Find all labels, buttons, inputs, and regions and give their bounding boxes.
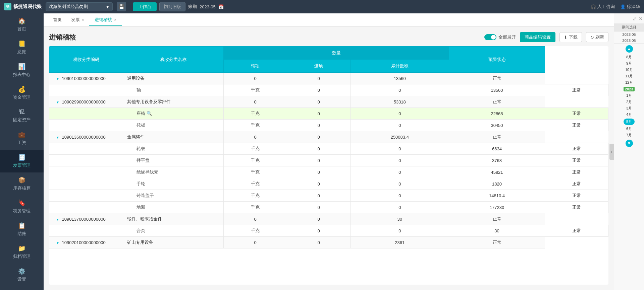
expand-icon[interactable]: ▼ [56, 77, 59, 81]
right-panel-toggle[interactable]: › [609, 144, 614, 160]
td-tax-code: ▼ 109020100000000000 [49, 237, 123, 248]
content-area: 首页 发票 × 进销稽核 × 进销稽核 全 [44, 13, 614, 290]
period-nav-down[interactable]: ▼ [626, 140, 633, 147]
period-month-6[interactable]: 6月 [614, 126, 644, 132]
td-status-sub: 正常 [545, 166, 608, 178]
sidebar-item-closing[interactable]: 📋 结账 [0, 218, 44, 241]
expand-icon[interactable]: ▼ [56, 136, 59, 139]
table-row: 绝缘导线壳 千克 0 0 45821 正常 [49, 166, 608, 178]
period-nav-up[interactable]: ▲ [626, 45, 633, 53]
sidebar-item-label: 库存核算 [13, 185, 31, 191]
save-icon-button[interactable]: 💾 [117, 2, 126, 11]
period-month-1[interactable]: 1月 [614, 92, 644, 99]
search-icon[interactable]: 🔍 [147, 111, 152, 116]
company-name: 沈海英测试经营勿删 [49, 4, 88, 10]
period-month-10[interactable]: 10月 [614, 67, 644, 73]
td-unit: 千克 [224, 166, 287, 178]
td-name-sub: 合页 [123, 225, 224, 237]
right-panel-close[interactable]: ✕ [639, 16, 643, 21]
td-empty [49, 225, 123, 237]
table-container: 税收分类编码 税收分类名称 数量 预警状态 [49, 46, 608, 285]
td-name-sub: 托板 [123, 120, 224, 131]
period-year-2023-top2[interactable]: 2023.05 [614, 38, 644, 44]
tab-invoices[interactable]: 发票 × [66, 14, 89, 26]
sidebar-item-salary[interactable]: 💼 工资 [0, 127, 44, 150]
td-sale-sub: 0 [287, 120, 351, 131]
td-status: 正常 [449, 131, 545, 143]
expand-icon[interactable]: ▼ [56, 100, 59, 104]
top-bar: 畅 畅捷通易代账 沈海英测试经营勿删 ▼ 💾 工作台 切到旧版 账期 2023-… [0, 0, 644, 13]
sidebar-item-assets[interactable]: 🏗 固定资产 [0, 104, 44, 127]
sidebar-item-ledger[interactable]: 📒 总账 [0, 36, 44, 59]
expand-toggle[interactable]: 全部展开 [484, 34, 516, 40]
td-unit: 千克 [224, 225, 287, 237]
tab-reconciliation[interactable]: 进销稽核 × [89, 14, 121, 26]
period-month-11[interactable]: 11月 [614, 73, 644, 79]
td-total: 13560 [351, 73, 449, 84]
product-code-button[interactable]: 商品编码设置 [520, 32, 555, 42]
td-purchase-sub: 0 [351, 202, 449, 213]
sidebar-item-guide[interactable]: 📘 新手引导 [0, 286, 44, 290]
calendar-icon[interactable]: 📅 [218, 4, 224, 9]
refresh-label: 刷新 [595, 34, 604, 40]
period-year-2023-top1[interactable]: 2023.05 [614, 31, 644, 38]
period-month-12[interactable]: 12月 [614, 79, 644, 86]
refresh-icon: ↻ [590, 35, 594, 40]
download-button[interactable]: ⬇ 下载 [559, 32, 582, 42]
sidebar-item-tax[interactable]: 🔖 税务管理 [0, 195, 44, 218]
sidebar-item-funds[interactable]: 💰 资金管理 [0, 82, 44, 104]
sidebar-item-invoices[interactable]: 🧾 发票管理 [0, 150, 44, 172]
archive-icon: 📁 [18, 245, 25, 252]
period-year-badge-2023: 2023 [624, 87, 634, 91]
td-unit: 千克 [224, 108, 287, 120]
workbench-button[interactable]: 工作台 [133, 2, 157, 11]
tab-invoices-close[interactable]: × [82, 18, 84, 22]
expand-icon[interactable]: ▼ [56, 218, 59, 221]
tab-reconciliation-label: 进销稽核 [95, 17, 112, 23]
period-month-4[interactable]: 4月 [614, 112, 644, 118]
headset-icon: 🎧 [591, 4, 596, 9]
sidebar-item-inventory[interactable]: 📦 库存核算 [0, 172, 44, 195]
sidebar-item-home[interactable]: 🏠 首页 [0, 13, 44, 36]
td-sale-sub: 0 [287, 155, 351, 166]
period-value: 2023-05 [200, 4, 216, 9]
period-month-8[interactable]: 8月 [614, 54, 644, 60]
table-row: ▼ 109020100000000000 矿山专用设备 0 0 2361 正常 [49, 237, 608, 248]
td-sale: 0 [224, 131, 287, 143]
th-total: 累计数额 [351, 60, 449, 73]
td-purchase-sub: 0 [351, 166, 449, 178]
period-label: 账期 [188, 4, 197, 10]
period-month-2[interactable]: 2月 [614, 99, 644, 105]
sidebar-item-reports[interactable]: 📊 报表中心 [0, 59, 44, 82]
td-sale: 0 [224, 96, 287, 108]
sidebar-item-archive[interactable]: 📁 归档管理 [0, 241, 44, 264]
tab-bar: 首页 发票 × 进销稽核 × [44, 13, 614, 27]
period-month-7[interactable]: 7月 [614, 132, 644, 138]
old-version-button[interactable]: 切到旧版 [159, 2, 185, 11]
th-tax-name: 税收分类名称 [123, 47, 224, 73]
customer-service-button[interactable]: 🎧 人工咨询 [591, 4, 615, 10]
period-month-5-active[interactable]: 5月 [624, 119, 635, 125]
expand-icon[interactable]: ▼ [56, 241, 59, 245]
period-month-9[interactable]: 9月 [614, 60, 644, 67]
tab-home[interactable]: 首页 [49, 14, 66, 26]
td-purchase-sub: 0 [351, 120, 449, 131]
download-label: 下载 [569, 34, 578, 40]
th-alert-status: 预警状态 [449, 47, 545, 73]
tab-reconciliation-close[interactable]: × [114, 18, 116, 22]
company-selector[interactable]: 沈海英测试经营勿删 ▼ [46, 2, 113, 11]
funds-icon: 💰 [18, 86, 25, 93]
td-purchase-sub: 0 [351, 84, 449, 96]
period-month-3[interactable]: 3月 [614, 105, 644, 112]
sidebar-item-settings[interactable]: ⚙️ 设置 [0, 264, 44, 286]
td-name-sub: 座椅🔍 [123, 108, 224, 120]
td-purchase-sub: 0 [351, 225, 449, 237]
toggle-track[interactable] [484, 34, 496, 40]
td-purchase-sub: 0 [351, 178, 449, 190]
reconciliation-table: 税收分类编码 税收分类名称 数量 预警状态 [49, 46, 608, 248]
user-info[interactable]: 👤 徐泽华 [620, 4, 640, 10]
right-panel-expand[interactable]: ⤢ [633, 16, 637, 21]
td-empty [49, 143, 123, 155]
refresh-button[interactable]: ↻ 刷新 [586, 32, 608, 42]
app-name: 畅捷通易代账 [13, 4, 42, 10]
